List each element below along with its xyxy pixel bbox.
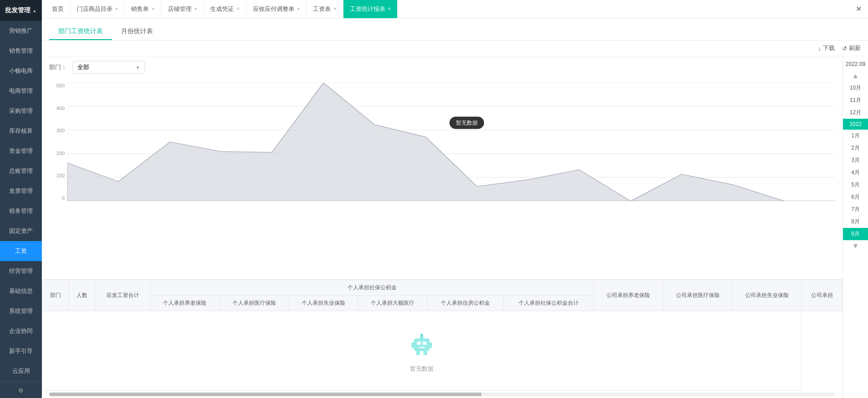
tab-label-工资表: 工资表 — [313, 5, 331, 13]
tab-首页[interactable]: 首页 — [45, 0, 71, 18]
download-button[interactable]: ↓ 下载 — [818, 44, 835, 52]
refresh-label: 刷新 — [849, 44, 861, 52]
tab-label-门店商品目录: 门店商品目录 — [77, 5, 112, 13]
svg-rect-16 — [424, 351, 428, 355]
sidebar-item-税务管理[interactable]: 税务管理 — [0, 201, 42, 221]
data-table: 部门 人数 应发工资合计 个人承担社保公积金 公司承担养老保险 公司承担医疗保险… — [42, 280, 843, 391]
month-5[interactable]: 5月 — [843, 179, 868, 191]
sidebar-settings[interactable]: ⚙ — [0, 381, 42, 398]
empty-robot-icon — [406, 328, 438, 360]
refresh-button[interactable]: ↺ 刷新 — [842, 44, 861, 52]
sub-tabs: 部门工资统计表月份统计表 — [42, 18, 868, 40]
month-10[interactable]: 10月 — [843, 82, 868, 94]
department-filter-select[interactable]: 全部 ▼ — [72, 61, 145, 74]
no-data-tooltip: 暂无数据 — [449, 117, 484, 129]
empty-state-cell: 暂无数据 — [42, 311, 802, 391]
month-8[interactable]: 8月 — [843, 216, 868, 228]
th-personal-total: 个人承担社保公积金合计 — [503, 296, 594, 311]
date-display: 2022.09 — [843, 58, 868, 70]
sidebar-item-销售管理[interactable]: 销售管理 — [0, 41, 42, 61]
tab-销售单[interactable]: 销售单× — [125, 0, 161, 18]
sidebar-title-text: 批发管理 — [5, 6, 30, 15]
tab-close-门店商品目录[interactable]: × — [115, 6, 118, 11]
y-label-100: 100 — [56, 173, 65, 178]
content-left: 部门： 全部 ▼ 500 400 300 200 100 — [42, 56, 843, 398]
tab-label-首页: 首页 — [52, 5, 64, 13]
month-7[interactable]: 7月 — [843, 203, 868, 216]
y-label-300: 300 — [56, 128, 65, 133]
sidebar-item-资金管理[interactable]: 资金管理 — [0, 141, 42, 161]
download-label: 下载 — [823, 44, 835, 52]
sidebar-item-基础信息[interactable]: 基础信息 — [0, 281, 42, 301]
tab-应收应付调整单[interactable]: 应收应付调整单× — [247, 0, 307, 18]
sidebar-item-电商管理[interactable]: 电商管理 — [0, 81, 42, 101]
svg-rect-9 — [423, 342, 427, 345]
month-6[interactable]: 6月 — [843, 191, 868, 203]
date-panel: 2022.09 ▲ 10月 11月 12月 2022 1月 2月 3月 4月 5… — [843, 56, 868, 398]
sub-tab-月份统计表[interactable]: 月份统计表 — [112, 24, 162, 40]
sidebar-item-固定资产[interactable]: 固定资产 — [0, 221, 42, 241]
tab-close-销售单[interactable]: × — [151, 6, 154, 11]
th-personal-unemployment: 个人承担失业保险 — [289, 296, 358, 311]
gear-icon: ⚙ — [18, 387, 24, 394]
main-area: 首页门店商品目录×销售单×店铺管理×生成凭证×应收应付调整单×工资表×工资统计报… — [42, 0, 868, 398]
tab-label-工资统计报表: 工资统计报表 — [350, 5, 385, 13]
tab-label-店铺管理: 店铺管理 — [168, 5, 192, 13]
month-4[interactable]: 4月 — [843, 166, 868, 179]
sidebar: 批发管理 ▲ 营销推广销售管理小畅电商电商管理采购管理库存核算资金管理总账管理发… — [0, 0, 42, 398]
th-personal-large-medical: 个人承担大额医疗 — [358, 296, 427, 311]
th-company-pension: 公司承担养老保险 — [594, 280, 663, 311]
th-total-wage: 应发工资合计 — [96, 280, 151, 311]
month-1[interactable]: 1月 — [843, 130, 868, 142]
svg-marker-6 — [67, 83, 835, 201]
tab-生成凭证[interactable]: 生成凭证× — [204, 0, 246, 18]
tab-bar: 首页门店商品目录×销售单×店铺管理×生成凭证×应收应付调整单×工资表×工资统计报… — [42, 0, 868, 18]
tab-工资统计报表[interactable]: 工资统计报表× — [343, 0, 398, 18]
filter-row: 部门： 全部 ▼ — [42, 56, 843, 78]
sidebar-item-库存核算[interactable]: 库存核算 — [0, 121, 42, 141]
date-nav-up[interactable]: ▲ — [843, 70, 868, 82]
chart-container: 500 400 300 200 100 0 — [42, 78, 843, 279]
tab-close-店铺管理[interactable]: × — [194, 6, 197, 11]
month-11[interactable]: 11月 — [843, 94, 868, 106]
th-personal-insurance-group: 个人承担社保公积金 — [150, 280, 594, 296]
th-personal-pension: 个人承担养老保险 — [150, 296, 219, 311]
sidebar-item-系统管理[interactable]: 系统管理 — [0, 301, 42, 321]
sidebar-item-云应用[interactable]: 云应用 — [0, 361, 42, 381]
svg-rect-14 — [429, 343, 432, 348]
sidebar-item-工资[interactable]: 工资 — [0, 241, 42, 261]
sidebar-item-营销推广[interactable]: 营销推广 — [0, 21, 42, 41]
tab-label-销售单: 销售单 — [131, 5, 149, 13]
tab-工资表[interactable]: 工资表× — [307, 0, 343, 18]
sidebar-item-小畅电商[interactable]: 小畅电商 — [0, 61, 42, 81]
sidebar-item-采购管理[interactable]: 采购管理 — [0, 101, 42, 121]
close-all-tabs-button[interactable]: ✕ — [853, 4, 864, 14]
year-2022[interactable]: 2022 — [843, 119, 868, 130]
svg-rect-15 — [416, 351, 420, 355]
sidebar-item-总账管理[interactable]: 总账管理 — [0, 161, 42, 181]
y-label-200: 200 — [56, 151, 65, 156]
table-wrapper: 部门 人数 应发工资合计 个人承担社保公积金 公司承担养老保险 公司承担医疗保险… — [42, 279, 843, 398]
sidebar-item-发票管理[interactable]: 发票管理 — [0, 181, 42, 201]
month-12[interactable]: 12月 — [843, 106, 868, 119]
tab-label-生成凭证: 生成凭证 — [210, 5, 234, 13]
month-9[interactable]: 9月 — [843, 228, 868, 240]
month-3[interactable]: 3月 — [843, 154, 868, 166]
tab-close-工资表[interactable]: × — [333, 6, 336, 11]
svg-rect-10 — [419, 347, 425, 348]
sidebar-item-经营管理[interactable]: 经营管理 — [0, 261, 42, 281]
date-nav-down[interactable]: ▼ — [843, 240, 868, 252]
tab-close-应收应付调整单[interactable]: × — [297, 6, 300, 11]
th-personal-housing: 个人承担住房公积金 — [427, 296, 504, 311]
tab-店铺管理[interactable]: 店铺管理× — [161, 0, 204, 18]
department-filter-label: 部门： — [49, 63, 67, 71]
sidebar-item-新手引导[interactable]: 新手引导 — [0, 341, 42, 361]
tab-close-工资统计报表[interactable]: × — [388, 6, 391, 11]
month-2[interactable]: 2月 — [843, 142, 868, 154]
sidebar-title[interactable]: 批发管理 ▲ — [0, 0, 42, 21]
sub-tab-部门工资统计表[interactable]: 部门工资统计表 — [49, 24, 112, 40]
scroll-hint[interactable] — [49, 393, 835, 396]
sidebar-item-企业协同[interactable]: 企业协同 — [0, 321, 42, 341]
tab-门店商品目录[interactable]: 门店商品目录× — [71, 0, 125, 18]
tab-close-生成凭证[interactable]: × — [237, 6, 239, 11]
